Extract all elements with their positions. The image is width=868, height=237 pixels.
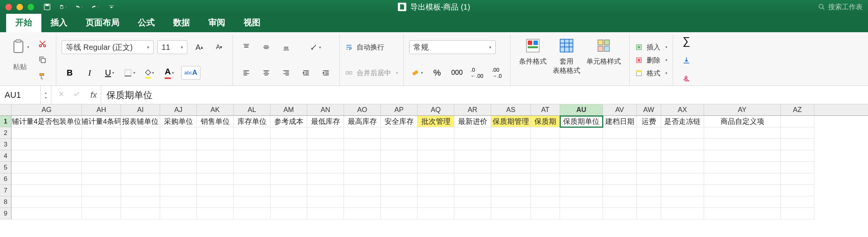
- cell-AS7[interactable]: [491, 185, 531, 196]
- cell-AG9[interactable]: [11, 208, 82, 219]
- cell-AQ6[interactable]: [418, 173, 454, 185]
- cell-AZ7[interactable]: [781, 185, 814, 196]
- cell-styles-button[interactable]: 单元格样式: [583, 35, 624, 86]
- cell-AP7[interactable]: [381, 185, 418, 196]
- cell-AP9[interactable]: [381, 208, 418, 219]
- cell-AH2[interactable]: [82, 127, 121, 139]
- tab-view[interactable]: 视图: [234, 13, 270, 32]
- cell-AY4[interactable]: [704, 150, 781, 162]
- cell-AH4[interactable]: [82, 150, 121, 162]
- cell-AH7[interactable]: [82, 185, 121, 196]
- cell-AI5[interactable]: [121, 162, 160, 173]
- cell-AK7[interactable]: [197, 185, 234, 196]
- cell-AM9[interactable]: [270, 208, 307, 219]
- cell-AH9[interactable]: [82, 208, 121, 219]
- cell-AW8[interactable]: [637, 196, 661, 208]
- cell-AJ4[interactable]: [160, 150, 197, 162]
- cell-AW5[interactable]: [637, 162, 661, 173]
- row-header-2[interactable]: 2: [0, 127, 11, 139]
- cell-AY3[interactable]: [704, 139, 781, 150]
- col-header-AP[interactable]: AP: [381, 104, 418, 115]
- cell-AP6[interactable]: [381, 173, 418, 185]
- cell-AQ3[interactable]: [418, 139, 454, 150]
- cell-AM7[interactable]: [270, 185, 307, 196]
- cell-AM5[interactable]: [270, 162, 307, 173]
- cell-AO7[interactable]: [344, 185, 381, 196]
- align-bottom-button[interactable]: [278, 40, 294, 54]
- conditional-format-button[interactable]: 条件格式: [516, 35, 550, 86]
- decrease-decimal-button[interactable]: .00→.0: [489, 66, 505, 80]
- cell-AP4[interactable]: [381, 150, 418, 162]
- cell-AJ3[interactable]: [160, 139, 197, 150]
- fill-button[interactable]: [678, 54, 694, 67]
- col-header-AJ[interactable]: AJ: [160, 104, 197, 115]
- cell-AV8[interactable]: [603, 196, 637, 208]
- tab-review[interactable]: 审阅: [199, 13, 234, 32]
- font-color-button[interactable]: A: [161, 66, 177, 80]
- cell-AI7[interactable]: [121, 185, 160, 196]
- cut-button[interactable]: [34, 37, 51, 51]
- wrap-text-button[interactable]: 自动换行: [345, 43, 384, 52]
- cell-AS6[interactable]: [491, 173, 531, 185]
- align-left-button[interactable]: [238, 66, 254, 80]
- cell-AN4[interactable]: [307, 150, 344, 162]
- col-header-AO[interactable]: AO: [344, 104, 381, 115]
- cell-AV4[interactable]: [603, 150, 637, 162]
- cell-AN5[interactable]: [307, 162, 344, 173]
- cell-AV6[interactable]: [603, 173, 637, 185]
- cell-AI4[interactable]: [121, 150, 160, 162]
- tab-data[interactable]: 数据: [164, 13, 199, 32]
- cell-AU3[interactable]: [560, 139, 603, 150]
- close-window-button[interactable]: [5, 4, 12, 10]
- cell-AR7[interactable]: [454, 185, 491, 196]
- cell-AK9[interactable]: [197, 208, 234, 219]
- formula-input[interactable]: 保质期单位: [101, 89, 868, 101]
- col-header-AI[interactable]: AI: [121, 104, 160, 115]
- search-box[interactable]: 搜索工作表: [818, 2, 863, 12]
- insert-cells-button[interactable]: 插入: [635, 43, 667, 52]
- cell-AY9[interactable]: [704, 208, 781, 219]
- cell-AN7[interactable]: [307, 185, 344, 196]
- cell-AG5[interactable]: [11, 162, 82, 173]
- decrease-font-button[interactable]: A▾: [211, 40, 227, 54]
- cell-AY2[interactable]: [704, 127, 781, 139]
- row-header-5[interactable]: 5: [0, 162, 11, 173]
- cell-AO1[interactable]: 最高库存: [344, 116, 381, 127]
- copy-button[interactable]: [34, 53, 51, 67]
- cell-AP3[interactable]: [381, 139, 418, 150]
- cell-AV2[interactable]: [603, 127, 637, 139]
- cell-AX1[interactable]: 是否走冻链: [661, 116, 704, 127]
- autosum-button[interactable]: ∑: [678, 35, 694, 48]
- cell-AT4[interactable]: [531, 150, 560, 162]
- format-painter-button[interactable]: [34, 69, 51, 83]
- cell-AH3[interactable]: [82, 139, 121, 150]
- cell-AJ1[interactable]: 采购单位: [160, 116, 197, 127]
- percent-button[interactable]: %: [429, 66, 445, 80]
- underline-button[interactable]: U: [102, 66, 118, 80]
- cell-AG2[interactable]: [11, 127, 82, 139]
- col-header-AR[interactable]: AR: [454, 104, 491, 115]
- cell-AS8[interactable]: [491, 196, 531, 208]
- cell-AW3[interactable]: [637, 139, 661, 150]
- cell-AU5[interactable]: [560, 162, 603, 173]
- cell-AM8[interactable]: [270, 196, 307, 208]
- cell-AU7[interactable]: [560, 185, 603, 196]
- name-box[interactable]: AU1: [0, 86, 41, 104]
- cell-AW7[interactable]: [637, 185, 661, 196]
- cell-AN9[interactable]: [307, 208, 344, 219]
- cell-AT2[interactable]: [531, 127, 560, 139]
- cell-AQ5[interactable]: [418, 162, 454, 173]
- row-header-8[interactable]: 8: [0, 196, 11, 208]
- fx-icon[interactable]: fx: [87, 86, 101, 104]
- cell-AJ9[interactable]: [160, 208, 197, 219]
- cell-AH5[interactable]: [82, 162, 121, 173]
- col-header-AT[interactable]: AT: [531, 104, 560, 115]
- cell-AL7[interactable]: [234, 185, 270, 196]
- col-header-AU[interactable]: AU: [560, 104, 603, 115]
- cell-AO3[interactable]: [344, 139, 381, 150]
- cell-AU2[interactable]: [560, 127, 603, 139]
- name-box-dropdown[interactable]: ▴▾: [41, 86, 51, 104]
- cell-AT5[interactable]: [531, 162, 560, 173]
- cell-AZ6[interactable]: [781, 173, 814, 185]
- cell-AV7[interactable]: [603, 185, 637, 196]
